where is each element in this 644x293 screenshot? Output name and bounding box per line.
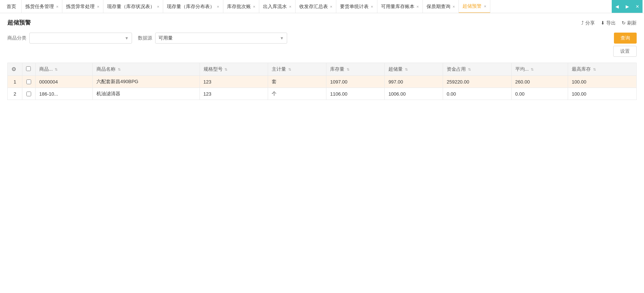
- sort-name-icon[interactable]: ⇅: [118, 67, 121, 71]
- th-unit-label: 主计量: [272, 66, 286, 72]
- th-spec: 规格型号 ⇅: [200, 63, 268, 76]
- tab-label: 收发存汇总表: [299, 3, 328, 10]
- cell-avg-1: 0.00: [511, 88, 568, 100]
- refresh-button[interactable]: ↻ 刷新: [622, 20, 637, 26]
- table-body: 1 0000004 六配套新昌490BPG 123 套 1097.00 997.…: [8, 76, 637, 100]
- gear-icon[interactable]: ⚙: [11, 66, 16, 72]
- category-label: 商品分类: [7, 35, 26, 41]
- nav-tab-tab8[interactable]: 要货单统计表×: [336, 0, 377, 13]
- tab-close-tab9[interactable]: ×: [417, 4, 419, 9]
- cell-capital-1: 0.00: [443, 88, 511, 100]
- th-unit: 主计量 ⇅: [268, 63, 326, 76]
- nav-home[interactable]: 首页: [1, 0, 22, 13]
- row-checkbox-1[interactable]: [26, 92, 31, 96]
- tab-label: 现存量（库存分布表）: [167, 3, 215, 10]
- th-capital-label: 资金占用: [447, 66, 466, 72]
- tab-close-tab4[interactable]: ×: [217, 4, 219, 9]
- nav-tab-tab5[interactable]: 库存批次账×: [223, 0, 259, 13]
- select-all-checkbox[interactable]: [26, 66, 31, 71]
- category-select[interactable]: ▼: [29, 33, 132, 44]
- nav-tab-tab3[interactable]: 现存量（库存状况表）×: [103, 0, 163, 13]
- th-avg: 平均... ⇅: [511, 63, 568, 76]
- export-label: 导出: [606, 20, 616, 26]
- home-label: 首页: [7, 3, 16, 10]
- th-sku-label: 商品...: [39, 66, 53, 72]
- page-header: 超储预警 ⤴ 分享 ⬇ 导出 ↻ 刷新: [7, 19, 637, 27]
- nav-tab-tab11[interactable]: 超储预警×: [459, 0, 490, 13]
- th-name-label: 商品名称: [96, 66, 116, 72]
- sort-sku-icon[interactable]: ⇅: [55, 67, 58, 71]
- settings-button[interactable]: 设置: [613, 46, 637, 57]
- nav-tab-tab2[interactable]: 拣货异常处理×: [62, 0, 103, 13]
- filter-area: 商品分类 ▼ 数据源 可用量 ▼ 查询 设置: [7, 33, 637, 57]
- sort-max-icon[interactable]: ⇅: [593, 67, 596, 71]
- th-gear: ⚙: [8, 63, 22, 76]
- datasource-chevron-icon: ▼: [280, 36, 284, 40]
- nav-bar: 首页 拣货任务管理×拣货异常处理×现存量（库存状况表）×现存量（库存分布表）×库…: [0, 0, 644, 13]
- nav-tab-tab4[interactable]: 现存量（库存分布表）×: [163, 0, 223, 13]
- cell-unit-0: 套: [268, 76, 326, 88]
- export-button[interactable]: ⬇ 导出: [601, 20, 616, 26]
- tab-label: 库存批次账: [227, 3, 251, 10]
- filter-buttons: 查询 设置: [613, 33, 637, 57]
- nav-tabs: 拣货任务管理×拣货异常处理×现存量（库存状况表）×现存量（库存分布表）×库存批次…: [22, 0, 612, 13]
- tab-label: 保质期查询: [427, 3, 450, 10]
- sort-spec-icon[interactable]: ⇅: [224, 67, 227, 71]
- sort-avg-icon[interactable]: ⇅: [531, 67, 534, 71]
- tab-label: 要货单统计表: [340, 3, 369, 10]
- th-sku: 商品... ⇅: [36, 63, 93, 76]
- tab-label: 可用量库存账本: [381, 3, 414, 10]
- query-button[interactable]: 查询: [614, 33, 637, 44]
- tab-close-tab10[interactable]: ×: [453, 4, 455, 9]
- tab-close-tab5[interactable]: ×: [253, 4, 255, 9]
- cell-index-0: 1: [8, 76, 22, 88]
- th-checkbox: [22, 63, 36, 76]
- refresh-icon: ↻: [622, 20, 626, 26]
- tab-close-tab8[interactable]: ×: [371, 4, 373, 9]
- nav-tab-tab7[interactable]: 收发存汇总表×: [296, 0, 336, 13]
- cell-max-1: 100.00: [568, 88, 637, 100]
- category-filter: 商品分类 ▼: [7, 33, 132, 44]
- datasource-label: 数据源: [138, 35, 152, 41]
- sort-capital-icon[interactable]: ⇅: [468, 67, 471, 71]
- nav-tab-tab9[interactable]: 可用量库存账本×: [377, 0, 423, 13]
- tab-close-tab7[interactable]: ×: [330, 4, 332, 9]
- share-label: 分享: [585, 20, 595, 26]
- nav-close-btn[interactable]: ✕: [632, 0, 643, 13]
- nav-prev-btn[interactable]: ◀: [612, 0, 622, 13]
- tab-close-tab6[interactable]: ×: [289, 4, 291, 9]
- table-header: ⚙ 商品... ⇅ 商品名称 ⇅ 规格型号 ⇅ 主计量: [8, 63, 637, 76]
- cell-overstock-0: 997.00: [385, 76, 443, 88]
- cell-name-1: 机油滤清器: [93, 88, 200, 100]
- tab-close-tab3[interactable]: ×: [157, 4, 159, 9]
- sort-overstock-icon[interactable]: ⇅: [405, 67, 408, 71]
- datasource-select[interactable]: 可用量 ▼: [155, 33, 287, 44]
- cell-name-0: 六配套新昌490BPG: [93, 76, 200, 88]
- nav-tab-tab6[interactable]: 出入库流水×: [259, 0, 295, 13]
- cell-unit-1: 个: [268, 88, 326, 100]
- tab-close-tab11[interactable]: ×: [484, 4, 486, 8]
- th-spec-label: 规格型号: [204, 66, 223, 72]
- tab-label: 拣货异常处理: [66, 3, 95, 10]
- sort-stock-icon[interactable]: ⇅: [347, 67, 350, 71]
- cell-sku-1: 186-10...: [36, 88, 93, 100]
- data-table: ⚙ 商品... ⇅ 商品名称 ⇅ 规格型号 ⇅ 主计量: [7, 63, 637, 100]
- nav-tab-tab1[interactable]: 拣货任务管理×: [22, 0, 62, 13]
- cell-avg-0: 260.00: [511, 76, 568, 88]
- row-checkbox-0[interactable]: [26, 79, 31, 84]
- tab-close-tab2[interactable]: ×: [97, 4, 99, 9]
- cell-stock-0: 1097.00: [326, 76, 385, 88]
- datasource-filter: 数据源 可用量 ▼: [138, 33, 287, 44]
- nav-next-btn[interactable]: ▶: [622, 0, 632, 13]
- table-row: 1 0000004 六配套新昌490BPG 123 套 1097.00 997.…: [8, 76, 637, 88]
- sort-unit-icon[interactable]: ⇅: [288, 67, 291, 71]
- nav-tab-tab10[interactable]: 保质期查询×: [423, 0, 459, 13]
- th-avg-label: 平均...: [515, 66, 529, 72]
- cell-spec-0: 123: [200, 76, 268, 88]
- nav-arrows: ◀ ▶ ✕: [612, 0, 643, 13]
- cell-sku-0: 0000004: [36, 76, 93, 88]
- tab-close-tab1[interactable]: ×: [56, 4, 58, 9]
- page-container: 超储预警 ⤴ 分享 ⬇ 导出 ↻ 刷新 商品分类 ▼: [0, 13, 644, 293]
- share-button[interactable]: ⤴ 分享: [581, 20, 595, 26]
- cell-overstock-1: 1006.00: [385, 88, 443, 100]
